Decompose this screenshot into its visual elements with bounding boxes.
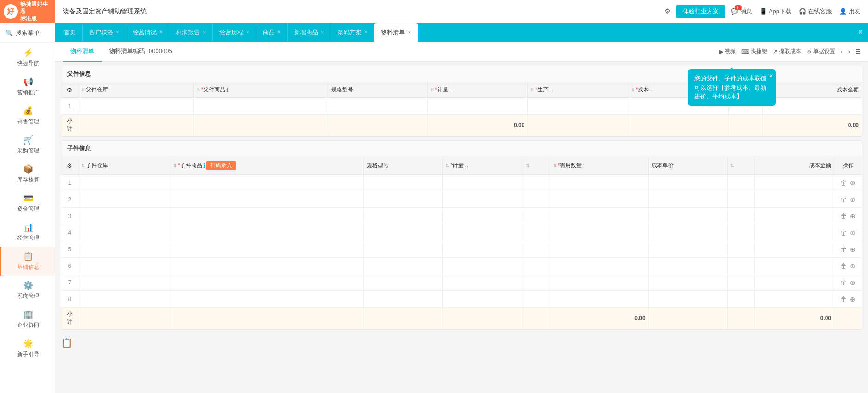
tab-bom-close[interactable]: × — [408, 29, 411, 36]
online-service-action[interactable]: 🎧 在线客服 — [799, 7, 832, 16]
message-action[interactable]: 💬 6 消息 — [731, 7, 752, 16]
child-warehouse-6[interactable] — [78, 258, 170, 274]
child-sort1-6[interactable] — [523, 258, 550, 274]
delete-row-8-button[interactable]: 🗑 — [839, 296, 848, 303]
tab-operation-history[interactable]: 经营历程 × — [213, 23, 256, 42]
delete-row-3-button[interactable]: 🗑 — [839, 212, 848, 220]
child-sort1-4[interactable] — [523, 224, 550, 241]
child-col-setting[interactable]: ⚙ — [61, 157, 78, 175]
delete-row-5-button[interactable]: 🗑 — [839, 246, 848, 253]
tab-add-goods-close[interactable]: × — [321, 29, 324, 36]
sort-warehouse-icon[interactable]: ⇅ — [81, 87, 85, 92]
child-warehouse-7[interactable] — [78, 274, 170, 291]
child-product-4[interactable] — [170, 224, 363, 241]
sidebar-item-sales[interactable]: 💰 销售管理 — [0, 101, 55, 130]
child-qty-7[interactable] — [550, 274, 648, 291]
grid-view-button[interactable]: ☰ — [856, 48, 861, 55]
delete-row-2-button[interactable]: 🗑 — [839, 196, 848, 203]
child-unit-cost-4[interactable] — [648, 224, 728, 241]
child-sort2-2[interactable] — [728, 191, 755, 208]
child-product-8[interactable] — [170, 291, 363, 308]
settings-button[interactable]: ⚙ — [664, 7, 671, 16]
child-qty-5[interactable] — [550, 241, 648, 258]
single-settings-action[interactable]: ⚙ 单据设置 — [807, 48, 835, 55]
parent-cell-spec-1[interactable] — [328, 98, 427, 115]
parent-cell-warehouse-1[interactable] — [78, 98, 193, 115]
sort-production-icon[interactable]: ⇅ — [530, 87, 534, 92]
search-menu-button[interactable]: 🔍 搜索菜单 — [4, 27, 51, 39]
child-unit-cost-1[interactable] — [648, 175, 728, 191]
child-sort2-6[interactable] — [728, 258, 755, 274]
child-qty-3[interactable] — [550, 208, 648, 224]
child-sort1-5[interactable] — [523, 241, 550, 258]
parent-cell-production-1[interactable] — [528, 98, 628, 115]
child-qty-6[interactable] — [550, 258, 648, 274]
child-warehouse-8[interactable] — [78, 291, 170, 308]
sort-unit-icon[interactable]: ⇅ — [430, 87, 434, 92]
child-spec-7[interactable] — [363, 274, 443, 291]
copy-row-1-button[interactable]: ⊕ — [849, 179, 856, 187]
child-product-7[interactable] — [170, 274, 363, 291]
tab-goods[interactable]: 商品 × — [256, 23, 288, 42]
child-spec-3[interactable] — [363, 208, 443, 224]
tab-profit-report-close[interactable]: × — [203, 29, 206, 36]
child-sort2-3[interactable] — [728, 208, 755, 224]
child-product-5[interactable] — [170, 241, 363, 258]
child-unit-2[interactable] — [443, 191, 523, 208]
child-sort1-3[interactable] — [523, 208, 550, 224]
child-unit-4[interactable] — [443, 224, 523, 241]
child-spec-5[interactable] — [363, 241, 443, 258]
sidebar-item-basic-info[interactable]: 📋 基础信息 — [0, 247, 55, 276]
sub-tab-bom-code[interactable]: 物料清单编码 0000005 — [102, 42, 180, 62]
sidebar-item-inventory[interactable]: 📦 库存核算 — [0, 159, 55, 188]
child-sort2-1[interactable] — [728, 175, 755, 191]
delete-row-4-button[interactable]: 🗑 — [839, 229, 848, 236]
tab-bom[interactable]: 物料清单 × — [374, 23, 418, 42]
sidebar-item-finance[interactable]: 💳 资金管理 — [0, 188, 55, 218]
sub-tab-bom-list[interactable]: 物料清单 — [63, 42, 102, 62]
copy-row-3-button[interactable]: ⊕ — [849, 212, 856, 220]
tab-goods-close[interactable]: × — [277, 29, 281, 36]
child-sort2-8[interactable] — [728, 291, 755, 308]
parent-cell-unit-1[interactable] — [427, 98, 527, 115]
sort-product-icon[interactable]: ⇅ — [197, 87, 200, 92]
nav-next-button[interactable]: › — [848, 48, 850, 55]
child-sort1-2[interactable] — [523, 191, 550, 208]
sidebar-item-guide[interactable]: 🌟 新手引导 — [0, 334, 55, 363]
tooltip-close-button[interactable]: × — [769, 71, 773, 81]
child-spec-1[interactable] — [363, 175, 443, 191]
child-spec-6[interactable] — [363, 258, 443, 274]
child-unit-cost-3[interactable] — [648, 208, 728, 224]
child-sort2-7[interactable] — [728, 274, 755, 291]
close-all-tabs-button[interactable]: × — [855, 28, 866, 36]
child-product-2[interactable] — [170, 191, 363, 208]
tab-operation-history-close[interactable]: × — [246, 29, 249, 36]
tab-barcode-close[interactable]: × — [364, 29, 368, 36]
child-unit-8[interactable] — [443, 291, 523, 308]
user-action[interactable]: 👤 用友 — [839, 7, 861, 16]
tab-operation-status[interactable]: 经营情况 × — [126, 23, 169, 42]
child-sort1-7[interactable] — [523, 274, 550, 291]
child-product-1[interactable] — [170, 175, 363, 191]
child-sort2-4[interactable] — [728, 224, 755, 241]
child-warehouse-3[interactable] — [78, 208, 170, 224]
child-warehouse-4[interactable] — [78, 224, 170, 241]
child-warehouse-5[interactable] — [78, 241, 170, 258]
sidebar-item-operation[interactable]: 📊 经营管理 — [0, 218, 55, 247]
child-sort2-5[interactable] — [728, 241, 755, 258]
sidebar-item-system[interactable]: ⚙️ 系统管理 — [0, 276, 55, 305]
tab-customer[interactable]: 客户联络 × — [83, 23, 126, 42]
tab-operation-status-close[interactable]: × — [159, 29, 163, 36]
child-qty-1[interactable] — [550, 175, 648, 191]
delete-row-7-button[interactable]: 🗑 — [839, 279, 848, 286]
child-product-3[interactable] — [170, 208, 363, 224]
child-unit-cost-8[interactable] — [648, 291, 728, 308]
tab-profit-report[interactable]: 利润报告 × — [169, 23, 213, 42]
delete-row-6-button[interactable]: 🗑 — [839, 262, 848, 270]
child-spec-8[interactable] — [363, 291, 443, 308]
child-unit-5[interactable] — [443, 241, 523, 258]
child-unit-1[interactable] — [443, 175, 523, 191]
child-product-6[interactable] — [170, 258, 363, 274]
copy-row-2-button[interactable]: ⊕ — [849, 196, 856, 203]
copy-row-4-button[interactable]: ⊕ — [849, 229, 856, 236]
